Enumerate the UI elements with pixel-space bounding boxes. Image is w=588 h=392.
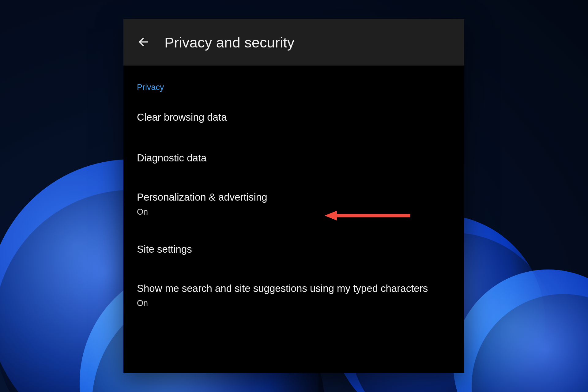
setting-search-suggestions[interactable]: Show me search and site suggestions usin… <box>123 270 464 320</box>
page-title: Privacy and security <box>164 34 295 51</box>
arrow-left-icon <box>138 36 150 49</box>
privacy-security-panel: Privacy and security Privacy Clear brows… <box>123 19 464 373</box>
setting-personalization-advertising[interactable]: Personalization & advertising On <box>123 178 464 229</box>
setting-title: Diagnostic data <box>137 151 451 165</box>
setting-clear-browsing-data[interactable]: Clear browsing data <box>123 97 464 138</box>
section-label-privacy: Privacy <box>123 66 464 97</box>
setting-subtext: On <box>137 207 451 217</box>
setting-subtext: On <box>137 299 451 308</box>
panel-header: Privacy and security <box>123 19 464 66</box>
setting-title: Show me search and site suggestions usin… <box>137 282 451 296</box>
setting-site-settings[interactable]: Site settings <box>123 229 464 270</box>
setting-diagnostic-data[interactable]: Diagnostic data <box>123 138 464 179</box>
setting-title: Personalization & advertising <box>137 190 451 204</box>
settings-list: Clear browsing data Diagnostic data Pers… <box>123 97 464 320</box>
back-button[interactable] <box>132 31 155 54</box>
setting-title: Clear browsing data <box>137 111 451 124</box>
setting-title: Site settings <box>137 243 451 256</box>
